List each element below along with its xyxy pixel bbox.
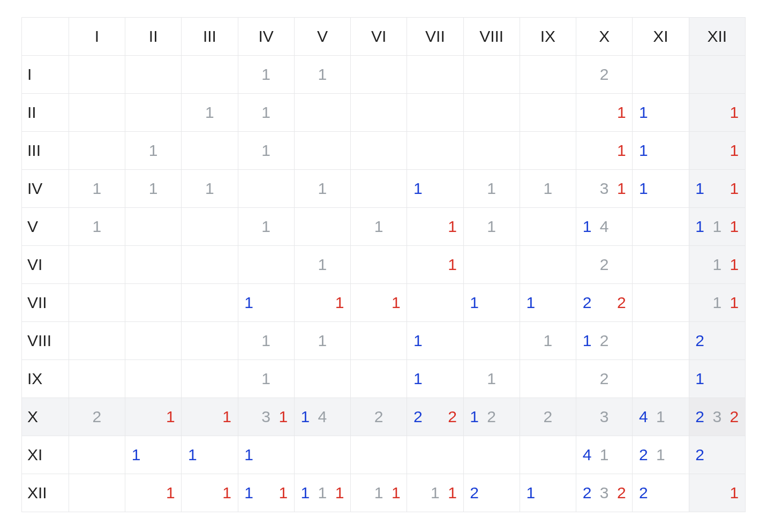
row-header: VIII — [22, 322, 69, 360]
cell — [520, 246, 576, 284]
cell — [294, 94, 350, 132]
value-blue: 1 — [636, 179, 651, 198]
cell: 1 — [689, 360, 745, 398]
col-header: X — [576, 18, 633, 56]
cell: 1 — [294, 170, 350, 208]
cell: 232 — [689, 398, 745, 436]
cell: 1 — [520, 284, 576, 322]
cell — [69, 322, 125, 360]
value-blue: 1 — [693, 179, 708, 198]
value-blue: 2 — [693, 408, 708, 426]
cell: 21 — [633, 436, 689, 474]
cell: 1 — [238, 436, 294, 474]
cell — [689, 56, 745, 94]
cell: 1 — [238, 284, 294, 322]
value-grey: 1 — [653, 446, 668, 464]
cell: 1 — [463, 360, 520, 398]
cell: 1 — [407, 246, 463, 284]
cell — [69, 56, 125, 94]
value-grey: 1 — [315, 179, 330, 198]
cell — [294, 436, 350, 474]
value-red: 1 — [727, 218, 742, 236]
value-grey: 1 — [484, 218, 499, 236]
cell: 1 — [125, 170, 182, 208]
row-header: IV — [22, 170, 69, 208]
cell — [294, 132, 350, 170]
row-header: VI — [22, 246, 69, 284]
value-blue: 4 — [636, 408, 651, 426]
cell: 1 — [125, 132, 182, 170]
cell — [407, 132, 463, 170]
cell: 1 — [69, 208, 125, 246]
value-blue: 1 — [693, 218, 708, 236]
value-red: 1 — [163, 408, 178, 426]
cell: 41 — [576, 436, 633, 474]
value-red: 1 — [445, 256, 460, 274]
value-blue: 2 — [580, 294, 595, 312]
value-red: 1 — [445, 218, 460, 236]
cell: 1 — [633, 132, 689, 170]
cell: 1 — [351, 284, 407, 322]
cell: 2 — [576, 360, 633, 398]
cell: 2 — [576, 246, 633, 284]
cell: 22 — [407, 398, 463, 436]
value-red: 1 — [388, 294, 403, 312]
cell: 1 — [294, 246, 350, 284]
value-blue: 1 — [242, 294, 257, 312]
cell: 31 — [238, 398, 294, 436]
cell: 2 — [520, 398, 576, 436]
col-header: V — [294, 18, 350, 56]
value-red: 1 — [614, 179, 629, 198]
cell: 1 — [633, 170, 689, 208]
cell — [182, 360, 238, 398]
cell — [238, 170, 294, 208]
cell — [407, 56, 463, 94]
row-header: VII — [22, 284, 69, 322]
cell — [633, 208, 689, 246]
cell: 3 — [576, 398, 633, 436]
value-red: 2 — [614, 294, 629, 312]
value-blue: 2 — [467, 484, 482, 502]
value-red: 1 — [219, 408, 234, 426]
cell: 1 — [238, 208, 294, 246]
cell: 1 — [238, 360, 294, 398]
value-grey: 2 — [597, 370, 612, 388]
cell — [520, 56, 576, 94]
value-red: 1 — [614, 141, 629, 160]
cell — [125, 94, 182, 132]
cell — [520, 360, 576, 398]
row-header: X — [22, 398, 69, 436]
cell: 11 — [689, 170, 745, 208]
value-red: 2 — [445, 408, 460, 426]
cell: 2 — [633, 474, 689, 512]
cell — [182, 56, 238, 94]
cell: 1 — [69, 170, 125, 208]
col-header: IX — [520, 18, 576, 56]
value-grey: 2 — [89, 408, 104, 426]
value-blue: 2 — [580, 484, 595, 502]
cell — [351, 436, 407, 474]
value-grey: 1 — [484, 179, 499, 198]
cell: 1 — [294, 284, 350, 322]
cell — [463, 322, 520, 360]
cell — [69, 360, 125, 398]
cell — [520, 94, 576, 132]
cell: 1 — [294, 56, 350, 94]
value-grey: 1 — [371, 484, 386, 502]
value-blue: 1 — [185, 446, 200, 464]
value-grey: 1 — [315, 484, 330, 502]
value-grey: 1 — [427, 484, 442, 502]
cell: 11 — [351, 474, 407, 512]
value-blue: 1 — [636, 103, 651, 122]
row-header: I — [22, 56, 69, 94]
cell — [407, 436, 463, 474]
row-header: XII — [22, 474, 69, 512]
col-header: VIII — [463, 18, 520, 56]
cell — [633, 56, 689, 94]
cell: 1 — [463, 208, 520, 246]
cell — [351, 132, 407, 170]
value-grey: 2 — [597, 65, 612, 84]
cell — [182, 284, 238, 322]
cell: 1 — [520, 474, 576, 512]
value-grey: 4 — [315, 408, 330, 426]
